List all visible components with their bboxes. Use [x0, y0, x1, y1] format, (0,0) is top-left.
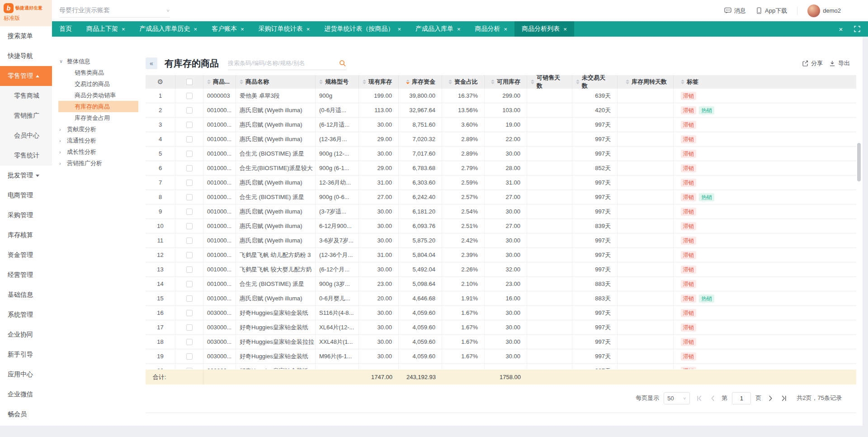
sidebar-item[interactable]: 零售商城 [0, 86, 52, 106]
tab[interactable]: 产成品入库单历史× [132, 21, 205, 37]
table-row[interactable]: 4001000...惠氏启赋 (Wyeth illuma)(12-36月...2… [146, 132, 856, 147]
row-checkbox[interactable] [186, 194, 193, 200]
row-checkbox[interactable] [186, 165, 193, 171]
sidebar-item[interactable]: 企业微信 [0, 385, 52, 404]
column-header[interactable]: 可用库存 [485, 75, 527, 89]
sidebar-item[interactable]: 新手引导 [0, 345, 52, 365]
column-settings-gear-icon[interactable]: ⚙ [157, 78, 163, 86]
search-icon[interactable] [339, 60, 346, 67]
table-row[interactable]: 15001000...惠氏启赋 (Wyeth illuma)0-6月婴儿...2… [146, 291, 856, 306]
table-row[interactable]: 16003000...好奇Huggies皇家铂金装纸S116片(4-8...30… [146, 306, 856, 320]
row-checkbox[interactable] [186, 339, 193, 345]
tab[interactable]: 商品上下架× [79, 21, 132, 37]
row-checkbox[interactable] [186, 107, 193, 114]
column-header[interactable]: 未交易天数 [572, 75, 618, 89]
sidebar-item[interactable]: 资金管理 [0, 245, 52, 265]
table-row[interactable]: 17003000...好奇Huggies皇家铂金装纸XL64片(12-...30… [146, 320, 856, 335]
tab-close-icon[interactable]: × [504, 26, 508, 33]
sidebar-item[interactable]: 系统管理 [0, 305, 52, 325]
share-button[interactable]: 分享 [802, 59, 823, 67]
table-row[interactable]: 2001000...惠氏启赋 (Wyeth illuma)(0-6月适...11… [146, 103, 856, 118]
user-menu[interactable]: demo2 [807, 5, 841, 17]
tab[interactable]: 首页 [52, 21, 79, 37]
first-page-button[interactable] [694, 394, 703, 403]
prev-page-button[interactable] [708, 394, 717, 403]
tree-item[interactable]: 有库存的商品 [58, 101, 138, 112]
vertical-scrollbar[interactable] [857, 143, 861, 181]
fullscreen-button[interactable] [850, 21, 864, 37]
sidebar-item[interactable]: 零售统计 [0, 146, 52, 166]
column-header[interactable]: 可销售天数 [527, 75, 572, 89]
select-all-checkbox[interactable] [186, 79, 193, 85]
sidebar-item[interactable]: 畅会员 [0, 404, 52, 424]
tab-close-icon[interactable]: × [397, 26, 401, 33]
sidebar-item[interactable]: 会员中心 [0, 126, 52, 146]
row-checkbox[interactable] [186, 93, 193, 99]
sidebar-item[interactable]: 采购管理 [0, 205, 52, 225]
row-checkbox[interactable] [186, 136, 193, 142]
tree-item[interactable]: 商品分类动销率 [58, 90, 140, 101]
sidebar-item[interactable]: 营销推广 [0, 106, 52, 126]
sidebar-item[interactable]: 企业协同 [0, 325, 52, 345]
close-all-tabs-button[interactable]: × [834, 21, 848, 37]
row-checkbox[interactable] [186, 209, 193, 215]
sidebar-item[interactable]: 零售管理 [0, 66, 52, 86]
table-row[interactable]: 9001000...惠氏启赋 (Wyeth illuma)(3-7岁适...30… [146, 204, 856, 219]
tab[interactable]: 进货单统计表（按商品）× [317, 21, 408, 37]
row-checkbox[interactable] [186, 122, 193, 128]
table-row[interactable]: 14001000...合生元 (BIOSTIME) 派星900g (3岁...2… [146, 277, 856, 291]
sidebar-item[interactable]: 电商管理 [0, 185, 52, 205]
sidebar-item[interactable]: 库存核算 [0, 225, 52, 245]
tab[interactable]: 商品分析列表× [514, 21, 574, 37]
tree-item[interactable]: ›营销推广分析 [58, 157, 140, 169]
column-header[interactable]: 规格型号 [316, 75, 359, 89]
tab[interactable]: 采购订单统计表× [251, 21, 317, 37]
tab[interactable]: 产成品入库单× [408, 21, 468, 37]
sidebar-item[interactable]: 搜索菜单 [0, 26, 52, 46]
tree-item[interactable]: ›流通性分析 [58, 135, 140, 146]
tab-close-icon[interactable]: × [457, 26, 461, 33]
tab-close-icon[interactable]: × [122, 26, 125, 33]
table-row[interactable]: 19003000...好奇Huggies皇家铂金装纸M96片(6-1...30.… [146, 349, 856, 364]
row-checkbox[interactable] [186, 151, 193, 157]
column-header[interactable]: 标签 [674, 75, 856, 89]
row-checkbox[interactable] [186, 353, 193, 360]
row-checkbox[interactable] [186, 324, 193, 331]
sidebar-item[interactable]: 基础信息 [0, 285, 52, 305]
column-header[interactable]: 库存周转天数 [618, 75, 674, 89]
last-page-button[interactable] [779, 394, 788, 403]
table-row[interactable]: 8001000...合生元 (BIOSTIME) 派星900g (0-6...2… [146, 190, 856, 204]
tab-close-icon[interactable]: × [563, 26, 567, 33]
table-row[interactable]: 18003000...好奇Huggies皇家铂金装拉拉XXL48片(1...30… [146, 335, 856, 349]
table-row[interactable]: 11001000...惠氏启赋 (Wyeth illuma)3-6岁及7岁...… [146, 233, 856, 248]
table-row[interactable]: 20003000...好奇Huggies皇家铂金装纸997天滞销 [146, 364, 856, 369]
table-row[interactable]: 13001000...飞鹤星飞帆 较大婴儿配方奶(6-12个月...30.005… [146, 262, 856, 277]
table-row[interactable]: 6001000...合生元(BIOSTIME)派星较大900g (6-1...2… [146, 161, 856, 176]
app-download-button[interactable]: App下载 [756, 7, 787, 15]
tree-item[interactable]: 交易过的商品 [58, 78, 140, 90]
page-size-select[interactable]: 50 ∨ [664, 392, 690, 404]
row-checkbox[interactable] [186, 368, 193, 370]
row-checkbox[interactable] [186, 180, 193, 186]
row-checkbox[interactable] [186, 281, 193, 287]
row-checkbox[interactable] [186, 295, 193, 302]
row-checkbox[interactable] [186, 266, 193, 273]
table-row[interactable]: 12001000...飞鹤星飞帆 幼儿配方奶粉 3(12-36个月...31.0… [146, 248, 856, 262]
table-row[interactable]: 5001000...合生元 (BIOSTIME) 派星900g (12-...3… [146, 147, 856, 161]
tab-close-icon[interactable]: × [241, 26, 244, 33]
account-selector[interactable]: 母婴行业演示账套 ∨ [59, 4, 170, 18]
table-row[interactable]: 7001000...惠氏启赋 (Wyeth illuma)12-36月幼...3… [146, 176, 856, 190]
sidebar-item[interactable]: 应用中心 [0, 365, 52, 385]
tab-close-icon[interactable]: × [194, 26, 198, 33]
table-row[interactable]: 10001000...惠氏启赋 (Wyeth illuma)6-12月900..… [146, 219, 856, 233]
tree-item[interactable]: ∨整体信息 [58, 56, 140, 67]
sidebar-item[interactable]: 快捷导航 [0, 46, 52, 66]
row-checkbox[interactable] [186, 310, 193, 316]
table-row[interactable]: 10000003爱他美 卓翠3段900g199.0039,800.0016.37… [146, 89, 856, 103]
table-row[interactable]: 3001000...惠氏启赋 (Wyeth illuma)(6-12月适...3… [146, 118, 856, 132]
column-header[interactable]: 商品名称 [236, 75, 316, 89]
column-header[interactable]: 资金占比 [442, 75, 485, 89]
page-input[interactable]: 1 [732, 392, 751, 404]
tree-item[interactable]: ›成长性分析 [58, 146, 140, 157]
export-button[interactable]: 导出 [829, 59, 850, 67]
